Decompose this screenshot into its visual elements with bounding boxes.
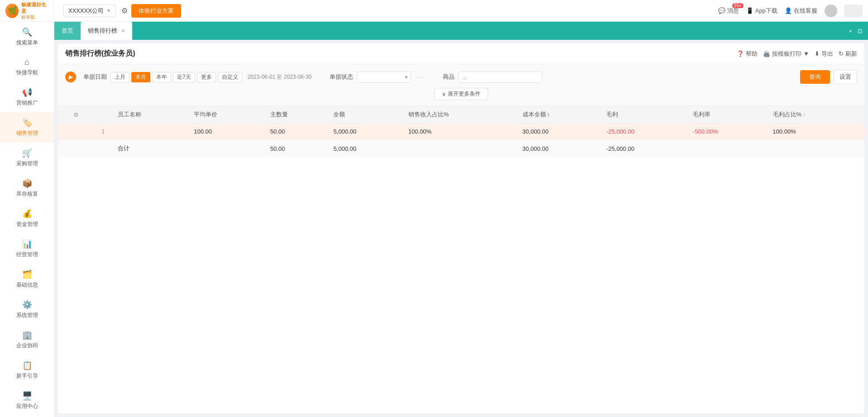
date-label: 单据日期 bbox=[83, 73, 107, 81]
footer-cost: 30,000.00 bbox=[517, 140, 601, 158]
message-badge: 99+ bbox=[732, 3, 743, 8]
sales-icon: 🏷️ bbox=[22, 118, 32, 128]
tab-close-icon[interactable]: × bbox=[122, 28, 125, 34]
export-button[interactable]: ⬇ 导出 bbox=[815, 50, 833, 58]
sidebar-item-search[interactable]: 🔍 搜索菜单 bbox=[0, 22, 54, 52]
footer-label: 合计 bbox=[112, 140, 188, 158]
system-icon: ⚙️ bbox=[22, 300, 32, 310]
window-maximize-icon[interactable]: ⊡ bbox=[858, 28, 863, 34]
cell-gross: -25,000.00 bbox=[601, 124, 687, 140]
column-quantity: 主数量 bbox=[265, 106, 328, 124]
refresh-icon: ↻ bbox=[839, 50, 844, 57]
date-btn-more[interactable]: 更多 bbox=[197, 72, 216, 82]
company-settings-icon[interactable]: ⚙ bbox=[121, 6, 128, 15]
date-filter: 单据日期 上月 本月 本年 近7天 更多 自定义 2023-06-01 至 20… bbox=[83, 72, 312, 82]
sidebar-item-label: 采购管理 bbox=[16, 160, 38, 168]
goods-input[interactable] bbox=[458, 72, 542, 83]
cell-name bbox=[112, 124, 188, 140]
status-label: 单据状态 bbox=[330, 73, 353, 81]
basic-icon: 🗂️ bbox=[22, 269, 32, 279]
logo-icon: 🌿 bbox=[5, 4, 19, 18]
user-info-panel bbox=[844, 5, 863, 17]
goods-label: 商品 bbox=[443, 73, 455, 81]
footer-gross: -25,000.00 bbox=[601, 140, 687, 158]
sidebar-item-label: 企业协同 bbox=[16, 342, 38, 350]
column-settings[interactable]: ⚙ bbox=[58, 106, 94, 124]
refresh-button[interactable]: ↻ 刷新 bbox=[839, 50, 857, 58]
sidebar-item-basic[interactable]: 🗂️ 基础信息 bbox=[0, 264, 54, 294]
sidebar-item-label: 经营管理 bbox=[16, 251, 38, 259]
export-icon: ⬇ bbox=[815, 50, 820, 57]
sidebar-item-guide[interactable]: 📋 新手引导 bbox=[0, 355, 54, 385]
gross-pct-info-icon: ↕ bbox=[803, 112, 806, 117]
cell-quantity: 50.00 bbox=[265, 124, 328, 140]
print-dropdown-icon: ▼ bbox=[803, 50, 809, 57]
sidebar-item-shortcut[interactable]: ⌂ 快捷导航 bbox=[0, 52, 54, 82]
sidebar-item-label: 资金管理 bbox=[16, 220, 38, 228]
date-range-display: 2023-06-01 至 2023-06-30 bbox=[248, 73, 312, 81]
sidebar-item-label: 销售管理 bbox=[16, 129, 38, 137]
cell-avg-price: 100.00 bbox=[188, 124, 264, 140]
table-header-row: ⚙ 员工名称 平均单价 主数量 全额 销售收入占比% 成本全额 ℹ 毛利 毛利率 bbox=[58, 106, 864, 124]
print-button[interactable]: 🖨️ 按模板打印 ▼ bbox=[763, 50, 809, 58]
message-icon: 💬 bbox=[718, 7, 725, 14]
online-service-button[interactable]: 👤 在线客服 bbox=[785, 7, 817, 15]
sidebar-item-operation[interactable]: 📊 经营管理 bbox=[0, 234, 54, 264]
date-btn-last-month[interactable]: 上月 bbox=[110, 72, 129, 82]
filter-expand-arrow[interactable]: ▶ bbox=[65, 72, 76, 82]
date-btn-custom[interactable]: 自定义 bbox=[218, 72, 242, 82]
column-cost: 成本全额 ℹ bbox=[517, 106, 601, 124]
settings-button[interactable]: 设置 bbox=[834, 70, 857, 84]
query-button[interactable]: 查询 bbox=[800, 70, 830, 84]
print-icon: 🖨️ bbox=[763, 50, 770, 57]
cell-cost: 30,000.00 bbox=[517, 124, 601, 140]
cell-gross-rate: -500.00% bbox=[687, 124, 767, 140]
sidebar-item-label: 搜索菜单 bbox=[16, 39, 38, 47]
date-btn-this-year[interactable]: 本年 bbox=[152, 72, 171, 82]
sidebar-item-marketing[interactable]: 📢 营销推广 bbox=[0, 82, 54, 112]
sidebar-item-purchase[interactable]: 🛒 采购管理 bbox=[0, 143, 54, 173]
app-download-button[interactable]: 📱 App下载 bbox=[746, 7, 777, 15]
sidebar-item-sales[interactable]: 🏷️ 销售管理 bbox=[0, 112, 54, 143]
tab-sales-ranking[interactable]: 销售排行榜 × bbox=[81, 22, 132, 40]
status-select[interactable] bbox=[357, 72, 411, 83]
operation-icon: 📊 bbox=[22, 239, 32, 249]
footer-amount: 5,000.00 bbox=[328, 140, 403, 158]
goods-filter: 商品 bbox=[443, 72, 542, 83]
logo-text: 畅康通好生意 标准版 bbox=[21, 1, 48, 20]
message-button[interactable]: 💬 消息 99+ bbox=[718, 7, 739, 15]
cell-rank: 1 bbox=[94, 124, 112, 140]
sidebar-item-label: 新手引导 bbox=[16, 372, 38, 380]
service-icon: 👤 bbox=[785, 7, 792, 14]
search-icon: 🔍 bbox=[22, 27, 32, 37]
tab-home[interactable]: 首页 bbox=[54, 22, 81, 40]
expand-icon: ∨ bbox=[442, 91, 446, 97]
mobile-icon: 📱 bbox=[746, 7, 753, 14]
cell-sales-pct: 100.00% bbox=[403, 124, 517, 140]
column-gross-pct: 毛利占比% ↕ bbox=[767, 106, 864, 124]
sidebar-item-enterprise[interactable]: 🏢 企业协同 bbox=[0, 325, 54, 355]
sidebar-item-system[interactable]: ⚙️ 系统管理 bbox=[0, 294, 54, 325]
table-footer-row: 合计 50.00 5,000.00 30,000.00 -25,000.00 bbox=[58, 140, 864, 158]
guide-icon: 📋 bbox=[22, 360, 32, 370]
help-button[interactable]: ❓ 帮助 bbox=[737, 50, 758, 58]
marketing-icon: 📢 bbox=[22, 87, 32, 97]
company-name: XXXXXX公司 bbox=[68, 7, 104, 15]
cell-gross-pct: 100.00% bbox=[767, 124, 864, 140]
date-btn-this-month[interactable]: 本月 bbox=[131, 72, 150, 82]
user-avatar[interactable] bbox=[825, 5, 837, 17]
trial-button[interactable]: 体验行业方案 bbox=[131, 4, 181, 18]
table-row: 1 100.00 50.00 5,000.00 100.00% 30,000.0… bbox=[58, 124, 864, 140]
sidebar-item-apps[interactable]: 🖥️ 应用中心 bbox=[0, 385, 54, 416]
sidebar-item-label: 基础信息 bbox=[16, 281, 38, 289]
sidebar-item-inventory[interactable]: 📦 库存核算 bbox=[0, 173, 54, 203]
window-close-icon[interactable]: × bbox=[849, 28, 852, 34]
sidebar-item-finance[interactable]: 💰 资金管理 bbox=[0, 203, 54, 234]
expand-conditions-button[interactable]: ∨ 展开更多条件 bbox=[434, 88, 488, 100]
company-selector[interactable]: XXXXXX公司 ▼ bbox=[63, 5, 116, 17]
home-icon: ⌂ bbox=[24, 58, 29, 67]
sidebar-item-label: 应用中心 bbox=[16, 403, 38, 410]
enterprise-icon: 🏢 bbox=[22, 330, 32, 340]
sidebar-item-label: 系统管理 bbox=[16, 312, 38, 319]
date-btn-7days[interactable]: 近7天 bbox=[173, 72, 195, 82]
